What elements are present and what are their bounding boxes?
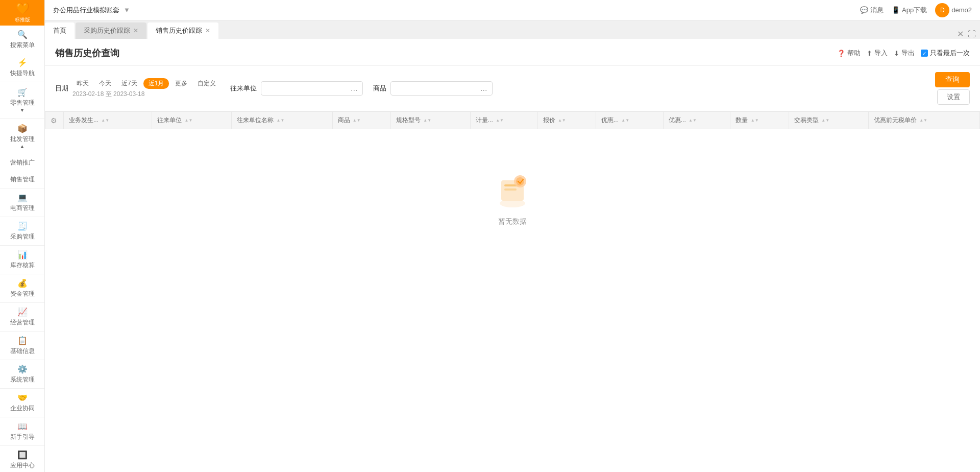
chevron-up-icon: ▲ — [20, 144, 25, 149]
main-area: 办公用品行业模拟账套 ▼ 💬 消息 📱 App下载 D demo2 首页 采购历… — [45, 0, 980, 472]
date-custom-btn[interactable]: 自定义 — [193, 78, 220, 89]
sort-icon[interactable]: ▲▼ — [821, 118, 829, 123]
sort-icon[interactable]: ▲▼ — [689, 118, 697, 123]
tab-sales-close-icon[interactable]: ✕ — [205, 27, 210, 34]
table-header-row: ⚙ 业务发生... ▲▼ 往来单位 ▲▼ 往来单位名称 ▲▼ — [45, 112, 980, 129]
wholesale-icon: 📦 — [17, 124, 28, 133]
date-today-btn[interactable]: 今天 — [95, 78, 115, 89]
source-unit-label: 往来单位 — [230, 84, 257, 93]
sort-icon[interactable]: ▲▼ — [621, 118, 629, 123]
sidebar-item-enterprise[interactable]: 🤝 企业协同 — [0, 389, 44, 417]
tab-purchase-label: 采购历史价跟踪 — [84, 26, 130, 35]
tab-purchase-history[interactable]: 采购历史价跟踪 ✕ — [76, 22, 146, 39]
sidebar-item-ecommerce[interactable]: 💻 电商管理 — [0, 188, 44, 217]
system-icon: ⚙️ — [17, 364, 28, 374]
sort-icon[interactable]: ▲▼ — [558, 118, 566, 123]
user-menu[interactable]: D demo2 — [935, 3, 972, 17]
sort-icon[interactable]: ▲▼ — [101, 118, 109, 123]
tab-home[interactable]: 首页 — [45, 22, 75, 39]
sidebar-item-wholesale[interactable]: 📦 批发管理 ▲ — [0, 119, 44, 154]
col-unit: 计量... ▲▼ — [470, 112, 537, 129]
app-center-icon: 🔲 — [17, 450, 28, 460]
topbar-dropdown-icon[interactable]: ▼ — [124, 6, 130, 14]
col-spec-label: 规格型号 — [396, 116, 421, 124]
sidebar-group-wholesale: 📦 批发管理 ▲ 营销推广 销售管理 — [0, 119, 44, 188]
date-label: 日期 — [55, 84, 68, 93]
page-content: 销售历史价查询 ❓ 帮助 ⬆ 导入 ⬇ 导出 ✓ 只看最后一次 — [45, 39, 980, 472]
sidebar: 🧡 标推版 🔍 搜索菜单 ⚡ 快捷导航 🛒 零售管理 ▼ 📦 批发管理 ▲ 营销… — [0, 0, 45, 472]
show-last-only-checkbox[interactable]: ✓ 只看最后一次 — [921, 49, 970, 58]
svg-point-5 — [516, 177, 524, 185]
sort-icon[interactable]: ▲▼ — [276, 118, 284, 123]
sidebar-item-sales[interactable]: 销售管理 — [0, 171, 44, 188]
table-settings-header: ⚙ — [45, 112, 64, 129]
sidebar-item-search-menu[interactable]: 🔍 搜索菜单 — [0, 26, 44, 54]
col-source-unit: 往来单位 ▲▼ — [152, 112, 232, 129]
sidebar-item-label: 零售管理 — [10, 99, 35, 107]
sidebar-item-purchase[interactable]: 🧾 采购管理 — [0, 217, 44, 245]
filter-bar: 日期 昨天 今天 近7天 近1月 更多 自定义 2023-02-18 至 202… — [45, 66, 980, 111]
tab-sales-history[interactable]: 销售历史价跟踪 ✕ — [148, 22, 218, 39]
svg-rect-3 — [504, 188, 517, 191]
sort-icon[interactable]: ▲▼ — [751, 118, 759, 123]
sidebar-item-quick-nav[interactable]: ⚡ 快捷导航 — [0, 54, 44, 82]
export-icon: ⬇ — [894, 50, 899, 57]
sidebar-item-retail[interactable]: 🛒 零售管理 ▼ — [0, 82, 44, 118]
table-settings-icon[interactable]: ⚙ — [51, 116, 57, 125]
sidebar-item-finance[interactable]: 💰 资金管理 — [0, 274, 44, 302]
date-more-btn[interactable]: 更多 — [171, 78, 191, 89]
col-unit-label: 计量... — [476, 116, 493, 124]
finance-icon: 💰 — [17, 278, 28, 288]
product-label: 商品 — [373, 84, 386, 93]
import-label: 导入 — [874, 49, 888, 58]
export-button[interactable]: ⬇ 导出 — [894, 49, 915, 58]
quick-nav-icon: ⚡ — [17, 58, 28, 67]
sort-icon[interactable]: ▲▼ — [353, 118, 361, 123]
sidebar-item-guide[interactable]: 📖 新手引导 — [0, 417, 44, 445]
sidebar-item-label: 新手引导 — [10, 433, 35, 441]
logo-icon: 🧡 — [16, 2, 30, 15]
date-last7days-btn[interactable]: 近7天 — [117, 78, 141, 89]
message-button[interactable]: 💬 消息 — [860, 6, 884, 15]
topbar-right: 💬 消息 📱 App下载 D demo2 — [860, 3, 972, 17]
settings-button[interactable]: 设置 — [937, 89, 970, 105]
date-options: 昨天 今天 近7天 近1月 更多 自定义 2023-02-18 至 2023-0… — [72, 78, 220, 99]
product-input[interactable]: ... — [390, 81, 493, 96]
sidebar-item-marketing[interactable]: 营销推广 — [0, 154, 44, 171]
sidebar-group-guide: 📖 新手引导 — [0, 417, 44, 446]
page-title: 销售历史价查询 — [55, 47, 119, 59]
search-icon: 🔍 — [17, 30, 28, 39]
col-trade-type-label: 交易类型 — [794, 116, 819, 124]
logo: 🧡 标推版 — [0, 0, 45, 26]
import-button[interactable]: ⬆ 导入 — [867, 49, 888, 58]
sidebar-item-system[interactable]: ⚙️ 系统管理 — [0, 360, 44, 388]
sidebar-item-basic[interactable]: 📋 基础信息 — [0, 332, 44, 360]
help-button[interactable]: ❓ 帮助 — [837, 49, 861, 58]
col-discount2-label: 优惠... — [669, 116, 686, 124]
col-biz-date: 业务发生... ▲▼ — [64, 112, 152, 129]
close-window-icon[interactable]: ✕ — [957, 29, 964, 39]
sort-icon[interactable]: ▲▼ — [423, 118, 431, 123]
sort-icon[interactable]: ▲▼ — [185, 118, 193, 123]
source-unit-input[interactable]: ... — [261, 81, 363, 96]
sidebar-item-operations[interactable]: 📈 经营管理 — [0, 303, 44, 331]
sidebar-item-label: 基础信息 — [10, 347, 35, 356]
tab-purchase-close-icon[interactable]: ✕ — [133, 27, 138, 34]
tabbar: 首页 采购历史价跟踪 ✕ 销售历史价跟踪 ✕ ✕ ⛶ — [45, 20, 980, 39]
app-download-button[interactable]: 📱 App下载 — [892, 6, 927, 15]
data-table: ⚙ 业务发生... ▲▼ 往来单位 ▲▼ 往来单位名称 ▲▼ — [45, 111, 980, 267]
date-last1month-btn[interactable]: 近1月 — [143, 78, 169, 89]
operations-icon: 📈 — [17, 307, 28, 317]
sort-icon[interactable]: ▲▼ — [919, 118, 927, 123]
maximize-icon[interactable]: ⛶ — [968, 30, 976, 39]
app-label: App下载 — [902, 6, 927, 15]
topbar: 办公用品行业模拟账套 ▼ 💬 消息 📱 App下载 D demo2 — [45, 0, 980, 20]
sort-icon[interactable]: ▲▼ — [496, 118, 504, 123]
chevron-down-icon: ▼ — [20, 107, 25, 113]
empty-state-icon — [492, 170, 533, 211]
sidebar-item-app-center[interactable]: 🔲 应用中心 — [0, 446, 44, 472]
help-icon: ❓ — [837, 50, 845, 57]
sidebar-item-inventory[interactable]: 📊 库存核算 — [0, 246, 44, 274]
date-yesterday-btn[interactable]: 昨天 — [72, 78, 93, 89]
query-button[interactable]: 查询 — [935, 72, 970, 87]
